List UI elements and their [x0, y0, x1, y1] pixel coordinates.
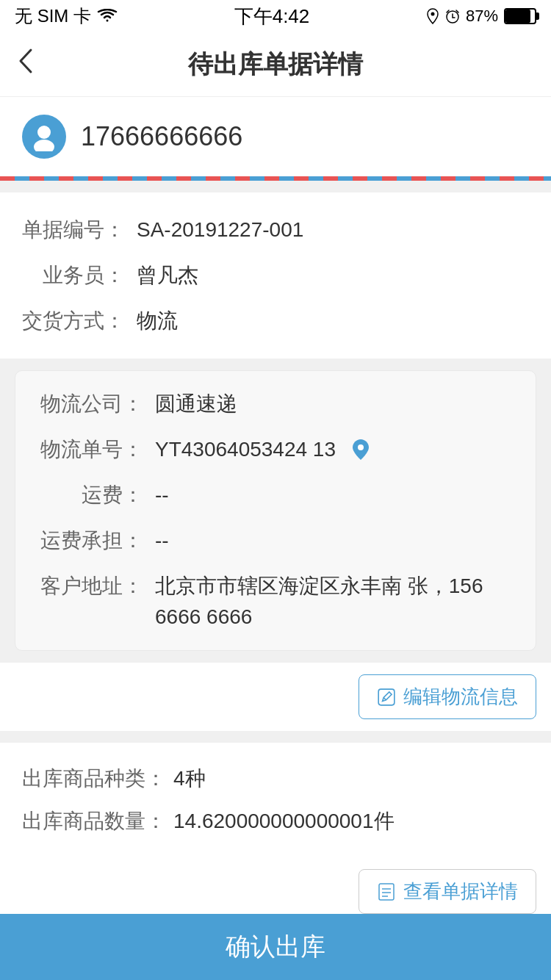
location-status-icon [426, 8, 439, 24]
delivery-label: 交货方式： [22, 306, 125, 336]
salesman-row: 业务员： 曾凡杰 [22, 260, 529, 291]
svg-point-0 [431, 12, 434, 16]
section-divider [0, 731, 551, 743]
dashed-divider [0, 176, 551, 181]
svg-point-4 [358, 444, 364, 450]
edit-logistics-button[interactable]: 编辑物流信息 [359, 674, 536, 719]
logistics-address-row: 客户地址： 北京市市辖区海淀区永丰南 张，156 6666 6666 [33, 571, 518, 633]
svg-rect-5 [378, 689, 395, 705]
logistics-tracking-value: YT43064053424 13 [155, 434, 336, 465]
status-time: 下午4:42 [234, 4, 310, 29]
logistics-company-value: 圆通速递 [155, 389, 518, 419]
tracking-location-icon[interactable] [347, 436, 374, 463]
product-quantity-value: 14.620000000000001件 [173, 807, 395, 835]
svg-point-2 [37, 126, 51, 139]
salesman-value: 曾凡杰 [137, 260, 529, 291]
edit-logistics-section: 编辑物流信息 [0, 663, 551, 731]
logistics-address-value: 北京市市辖区海淀区永丰南 张，156 6666 6666 [155, 571, 518, 633]
edit-logistics-label: 编辑物流信息 [403, 684, 518, 710]
confirm-bar[interactable]: 确认出库 [0, 914, 551, 980]
customer-phone: 17666666666 [81, 121, 242, 152]
view-details-button[interactable]: 查看单据详情 [359, 869, 536, 914]
logistics-section: 物流公司： 圆通速递 物流单号： YT43064053424 13 运费： --… [15, 370, 536, 651]
product-quantity-row: 出库商品数量： 14.620000000000001件 [22, 807, 529, 835]
logistics-company-row: 物流公司： 圆通速递 [33, 389, 518, 419]
status-bar: 无 SIM 卡 下午4:42 87% [0, 0, 551, 32]
product-types-row: 出库商品种类： 4种 [22, 765, 529, 793]
status-right: 87% [426, 7, 536, 26]
delivery-value: 物流 [137, 306, 529, 336]
logistics-tracking-row: 物流单号： YT43064053424 13 [33, 434, 518, 465]
logistics-freight-bear-value: -- [155, 525, 518, 556]
battery-icon [504, 8, 536, 24]
edit-icon [377, 688, 396, 707]
logistics-freight-label: 运费： [33, 480, 143, 511]
logistics-freight-row: 运费： -- [33, 480, 518, 511]
back-button[interactable] [18, 47, 34, 82]
customer-section: 17666666666 [0, 97, 551, 176]
logistics-tracking-value-row: YT43064053424 13 [143, 434, 374, 465]
confirm-label: 确认出库 [226, 930, 325, 964]
svg-point-3 [34, 140, 54, 151]
status-left: 无 SIM 卡 [15, 4, 118, 28]
svg-rect-6 [379, 884, 394, 900]
nav-bar: 待出库单据详情 [0, 32, 551, 97]
logistics-company-label: 物流公司： [33, 389, 143, 419]
product-types-value: 4种 [173, 765, 206, 793]
order-info-section: 单据编号： SA-20191227-001 业务员： 曾凡杰 交货方式： 物流 [0, 192, 551, 359]
delivery-row: 交货方式： 物流 [22, 306, 529, 336]
alarm-icon [445, 8, 460, 24]
document-icon [377, 882, 396, 901]
order-number-label: 单据编号： [22, 215, 125, 245]
view-details-label: 查看单据详情 [403, 879, 518, 904]
page-title: 待出库单据详情 [188, 48, 363, 82]
battery-percentage: 87% [466, 7, 498, 26]
order-number-row: 单据编号： SA-20191227-001 [22, 215, 529, 245]
avatar [22, 115, 66, 159]
battery-fill [505, 10, 530, 23]
logistics-freight-bear-row: 运费承担： -- [33, 525, 518, 556]
product-types-label: 出库商品种类： [22, 765, 166, 793]
product-quantity-label: 出库商品数量： [22, 807, 166, 835]
order-number-value: SA-20191227-001 [137, 215, 529, 245]
logistics-tracking-label: 物流单号： [33, 434, 143, 465]
logistics-address-label: 客户地址： [33, 571, 143, 602]
carrier-label: 无 SIM 卡 [15, 4, 91, 28]
salesman-label: 业务员： [22, 260, 125, 291]
wifi-icon [97, 9, 118, 24]
logistics-freight-bear-label: 运费承担： [33, 525, 143, 556]
product-section: 出库商品种类： 4种 出库商品数量： 14.620000000000001件 [0, 743, 551, 857]
logistics-freight-value: -- [155, 480, 518, 511]
